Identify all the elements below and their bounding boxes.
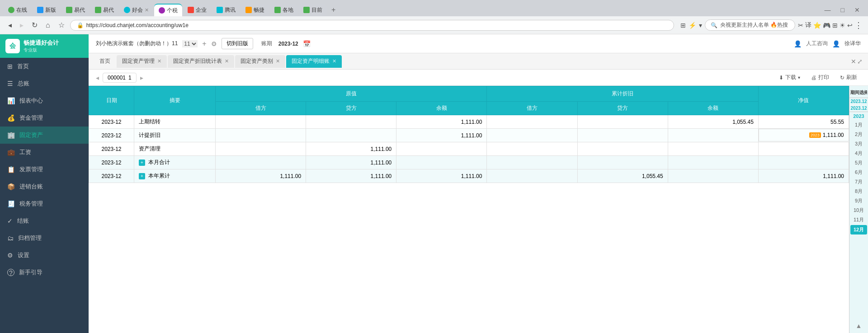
close-all-btn[interactable]: ✕ [851, 58, 856, 65]
browser-tab-4[interactable]: 好会 ✕ [119, 4, 153, 16]
browser-tab-1[interactable]: 新版 [33, 4, 61, 16]
sidebar-item-tax[interactable]: 🧾 税务管理 [0, 195, 89, 212]
sidebar-item-guide[interactable]: ? 新手引导 [0, 264, 89, 281]
translate-icon[interactable]: 译 [805, 21, 811, 29]
browser-tab-6[interactable]: 企业 [183, 4, 211, 16]
header-bar: 刘小艳演示账套（勿删勿动！）11 11 + ⚙ 切到旧版 账期 2023-12 … [89, 34, 868, 53]
sidebar-item-fixed-assets[interactable]: 🏢 固定资产 [0, 127, 89, 144]
cell-ad-credit-3 [577, 156, 668, 169]
browser-tab-5[interactable]: 个税 [154, 4, 182, 16]
tab-fa-detail[interactable]: 固定资产明细账 ✕ [286, 55, 342, 68]
dropdown-icon[interactable]: ▾ [699, 22, 702, 29]
month-2[interactable]: 2月 [849, 130, 868, 139]
th-ov-credit: 贷方 [306, 102, 396, 115]
fa-mgmt-close[interactable]: ✕ [157, 58, 161, 64]
window-maximize[interactable]: □ [836, 4, 849, 16]
star-icon-nav[interactable]: ⭐ [813, 22, 821, 29]
browser-tab-10[interactable]: 目前 [299, 4, 327, 16]
period-value: 2023-12 [278, 41, 298, 47]
scroll-up-btn[interactable]: ▲ [854, 320, 864, 331]
cell-net-3 [758, 156, 849, 169]
nav-refresh[interactable]: ↻ [29, 19, 40, 31]
window-close[interactable]: ✕ [850, 4, 864, 16]
window-minimize[interactable]: — [820, 4, 835, 16]
prev-arrow[interactable]: ◂ [96, 74, 99, 81]
settings-account-btn[interactable]: ⚙ [211, 40, 217, 47]
cell-ad-balance-0: 1,055.45 [668, 115, 758, 129]
lightning-icon[interactable]: ⚡ [689, 22, 696, 29]
month-5[interactable]: 5月 [849, 158, 868, 168]
month-8[interactable]: 8月 [849, 187, 868, 196]
fa-stat-close[interactable]: ✕ [225, 58, 229, 64]
nav-forward[interactable]: ▸ [17, 19, 26, 31]
grid-icon[interactable]: ⊞ [832, 22, 838, 29]
fa-detail-close[interactable]: ✕ [332, 58, 336, 64]
month-9[interactable]: 9月 [849, 196, 868, 206]
download-btn[interactable]: ⬇ 下载 ▾ [775, 72, 804, 83]
content-with-panel: 日期 摘要 原值 累计折旧 净值 借方 贷方 余额 借方 贷方 余额 [89, 86, 868, 333]
sidebar-item-close[interactable]: ✓ 结账 [0, 212, 89, 230]
cell-ov-debit-3 [216, 156, 306, 169]
sidebar-label-guide: 新手引导 [19, 268, 42, 277]
cell-summary-0: 上期结转 [134, 115, 216, 129]
tab-fa-mgmt[interactable]: 固定资产管理 ✕ [117, 55, 167, 68]
account-selector[interactable]: 11 [182, 40, 198, 47]
nav-home[interactable]: ⌂ [43, 19, 53, 31]
sidebar-item-ledger[interactable]: ☰ 总账 [0, 75, 89, 92]
browser-tab-8[interactable]: 畅捷 [241, 4, 269, 16]
cell-date-0: 2023-12 [89, 115, 134, 129]
expand-btn[interactable]: ⤢ [857, 58, 863, 65]
brightness-icon[interactable]: ☀ [840, 22, 845, 29]
sidebar-item-purchase[interactable]: 📦 进销台账 [0, 178, 89, 195]
undo-icon[interactable]: ↩ [847, 22, 853, 29]
browser-tab-7[interactable]: 腾讯 [212, 4, 240, 16]
print-btn[interactable]: 🖨 打印 [807, 72, 833, 83]
month-2023[interactable]: 2023 [849, 112, 868, 120]
th-ad-credit: 贷方 [577, 102, 668, 115]
sidebar-item-fund[interactable]: 💰 资金管理 [0, 109, 89, 127]
menu-icon[interactable]: ⋮ [854, 20, 863, 30]
new-tab-button[interactable]: + [328, 4, 339, 16]
month-12[interactable]: 12月 [850, 225, 867, 235]
switch-version-btn[interactable]: 切到旧版 [222, 38, 253, 49]
qr-icon[interactable]: ⊞ [680, 22, 686, 29]
address-bar[interactable]: 🔒 https://cloud.chanjet.com/accounting/u… [70, 20, 674, 31]
logo-text: 畅捷通好会计 [24, 39, 59, 47]
cell-ad-balance-4 [668, 169, 758, 183]
help-icon[interactable]: 👤 [794, 40, 802, 47]
scissors-icon[interactable]: ✂ [798, 22, 803, 29]
nav-bookmark[interactable]: ☆ [56, 19, 67, 31]
browser-tab-9[interactable]: 各地 [270, 4, 298, 16]
browser-tab-3[interactable]: 易代 [90, 4, 118, 16]
sidebar-item-home[interactable]: ⊞ 首页 [0, 58, 89, 75]
sidebar-item-settings[interactable]: ⚙ 设置 [0, 247, 89, 264]
tab-fa-stat[interactable]: 固定资产折旧统计表 ✕ [168, 55, 234, 68]
nav-back[interactable]: ◂ [5, 19, 14, 31]
calendar-icon[interactable]: 📅 [303, 40, 311, 47]
sidebar-item-salary[interactable]: 💼 工资 [0, 144, 89, 161]
help-text[interactable]: 人工咨询 [806, 40, 828, 47]
sidebar-item-invoice[interactable]: 📋 发票管理 [0, 161, 89, 178]
browser-tab-2[interactable]: 易代 [61, 4, 90, 16]
refresh-btn[interactable]: ↻ 刷新 [836, 72, 861, 83]
tab-close-4[interactable]: ✕ [145, 7, 149, 13]
month-4[interactable]: 4月 [849, 149, 868, 158]
browser-tab-0[interactable]: 在线 [4, 4, 32, 16]
month-7[interactable]: 7月 [849, 177, 868, 187]
tab-fa-cat[interactable]: 固定资产类别 ✕ [235, 55, 285, 68]
game-icon[interactable]: 🎮 [823, 22, 830, 29]
sidebar-item-archive[interactable]: 🗂 归档管理 [0, 230, 89, 247]
month-6[interactable]: 6月 [849, 168, 868, 177]
sidebar-item-report[interactable]: 📊 报表中心 [0, 92, 89, 109]
fa-cat-close[interactable]: ✕ [276, 58, 280, 64]
tab-home[interactable]: 首页 [94, 55, 116, 68]
month-3[interactable]: 3月 [849, 139, 868, 149]
next-arrow[interactable]: ▸ [140, 74, 143, 81]
month-1[interactable]: 1月 [849, 120, 868, 130]
table-row: 2023-12 + 本年累计 1,111.00 1,111.00 1,111.0… [89, 169, 849, 183]
cell-ov-credit-0 [306, 115, 396, 129]
add-account-btn[interactable]: + [202, 40, 206, 48]
month-11[interactable]: 11月 [849, 215, 868, 225]
th-date: 日期 [89, 86, 134, 115]
month-10[interactable]: 10月 [849, 206, 868, 215]
